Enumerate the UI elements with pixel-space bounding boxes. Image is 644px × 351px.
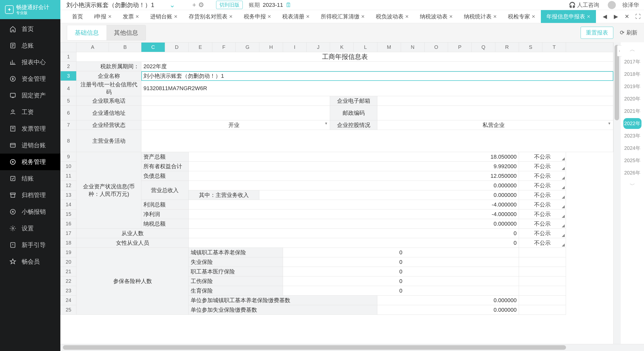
employees-value[interactable]: 0 — [188, 229, 519, 238]
row-14[interactable]: 14 — [61, 200, 76, 209]
tab-i申报[interactable]: i申报✕ — [89, 10, 117, 23]
cell-13-value[interactable]: 0.000000 — [259, 190, 519, 200]
cell-corner[interactable] — [61, 43, 76, 52]
col-T[interactable]: T — [542, 43, 566, 52]
row-2[interactable]: 2 — [61, 62, 76, 71]
female-value[interactable]: 0 — [188, 238, 519, 248]
cell-11-value[interactable]: 12.050000 — [188, 171, 519, 181]
account-settings-icon[interactable]: ⚙ — [198, 1, 204, 9]
tab-close-icon[interactable]: ✕ — [532, 14, 535, 19]
holding-select[interactable]: 私营企业 — [377, 120, 613, 130]
tab-进销台账[interactable]: 进销台账✕ — [145, 10, 183, 23]
row-16[interactable]: 16 — [61, 219, 76, 229]
account-dropdown-icon[interactable]: ⌄ — [169, 1, 175, 9]
sidebar-item-expense[interactable]: 小畅报销 — [0, 203, 60, 220]
col-E[interactable]: E — [188, 43, 212, 52]
col-K[interactable]: K — [330, 43, 354, 52]
tab-发票[interactable]: 发票✕ — [117, 10, 145, 23]
row-4[interactable]: 4 — [61, 81, 76, 96]
tab-close-icon[interactable]: ✕ — [405, 14, 409, 19]
col-M[interactable]: M — [377, 43, 401, 52]
year-2017年[interactable]: 2017年 — [623, 56, 641, 67]
sidebar-item-archive[interactable]: 归档管理 — [0, 187, 60, 203]
zip-value[interactable] — [377, 106, 613, 120]
row-21[interactable]: 21 — [61, 267, 76, 276]
col-F[interactable]: F — [212, 43, 236, 52]
row-5[interactable]: 5 — [61, 96, 76, 106]
sidebar-item-close[interactable]: 结账 — [0, 170, 60, 187]
col-J[interactable]: J — [306, 43, 330, 52]
row-1[interactable]: 1 — [61, 52, 76, 62]
tab-prev-icon[interactable]: ◀ — [600, 12, 610, 22]
tab-税务申报[interactable]: 税务申报✕ — [238, 10, 277, 23]
period-value[interactable]: 2022年度 — [141, 62, 613, 71]
row-7[interactable]: 7 — [61, 120, 76, 130]
year-down-icon[interactable]: ﹀ — [628, 180, 637, 190]
sidebar-item-money[interactable]: 资金管理 — [0, 71, 60, 87]
year-2019年[interactable]: 2019年 — [623, 81, 641, 92]
tab-纳税波动表[interactable]: 纳税波动表✕ — [414, 10, 458, 23]
tab-年报信息申报表[interactable]: 年报信息申报表✕ — [541, 10, 596, 23]
phone-value[interactable] — [141, 96, 330, 106]
row-8[interactable]: 8 — [61, 130, 76, 152]
tab-纳税统计表[interactable]: 纳税统计表✕ — [458, 10, 502, 23]
ins-23-value[interactable]: 0 — [283, 286, 519, 296]
sidebar-item-guide[interactable]: 新手引导 — [0, 237, 60, 253]
col-L[interactable]: L — [354, 43, 377, 52]
tab-首页[interactable]: 首页 — [66, 10, 89, 23]
col-G[interactable]: G — [236, 43, 259, 52]
sidebar-item-tax[interactable]: 税务管理 — [0, 154, 60, 170]
spreadsheet[interactable]: ABCDEFGHIJKLMNOPQRST1工商年报信息表2税款所属期间：2022… — [60, 42, 613, 344]
female-pub[interactable]: 不公示 — [519, 238, 566, 248]
year-2025年[interactable]: 2025年 — [623, 155, 641, 166]
mainbiz-value[interactable] — [141, 130, 613, 152]
year-2018年[interactable]: 2018年 — [623, 69, 641, 80]
year-2026年[interactable]: 2026年 — [623, 167, 641, 178]
col-P[interactable]: P — [448, 43, 472, 52]
row-11[interactable]: 11 — [61, 171, 76, 181]
sidebar-item-asset[interactable]: 固定资产 — [0, 87, 60, 104]
account-name[interactable]: 刘小艳演示账套（勿删勿动！）1 — [66, 1, 154, 9]
row-15[interactable]: 15 — [61, 209, 76, 219]
cell-16-pub[interactable]: 不公示 — [519, 219, 566, 229]
fullscreen-icon[interactable]: ⛶ — [633, 12, 643, 22]
year-2022年[interactable]: 2022年 — [623, 118, 641, 129]
sidebar-item-io[interactable]: 进销台账 — [0, 137, 60, 154]
ins-21-value[interactable]: 0 — [283, 267, 519, 276]
sidebar-item-salary[interactable]: 工资 — [0, 104, 60, 120]
col-N[interactable]: N — [401, 43, 424, 52]
tab-所得税汇算清缴[interactable]: 所得税汇算清缴✕ — [315, 10, 370, 23]
tab-close-icon[interactable]: ✕ — [229, 14, 233, 19]
tab-税检专家[interactable]: 税检专家✕ — [502, 10, 541, 23]
cell-12-value[interactable]: 0.000000 — [188, 181, 519, 190]
col-D[interactable]: D — [165, 43, 188, 52]
year-2021年[interactable]: 2021年 — [623, 106, 641, 117]
year-2024年[interactable]: 2024年 — [623, 143, 641, 154]
panel-collapse-icon[interactable]: ‹ — [617, 45, 622, 56]
cell-10-pub[interactable]: 不公示 — [519, 162, 566, 171]
row-20[interactable]: 20 — [61, 257, 76, 267]
col-R[interactable]: R — [495, 43, 519, 52]
switch-old-button[interactable]: 切到旧版 — [216, 1, 243, 9]
col-B[interactable]: B — [109, 43, 141, 52]
tab-税负波动表[interactable]: 税负波动表✕ — [370, 10, 414, 23]
refresh-button[interactable]: ⟳ 刷新 — [620, 29, 637, 37]
year-2023年[interactable]: 2023年 — [623, 130, 641, 141]
year-up-icon[interactable]: ︿ — [628, 44, 637, 55]
tab-close-icon[interactable]: ✕ — [449, 14, 453, 19]
status-select[interactable]: 开业 — [141, 120, 330, 130]
base-25-value[interactable]: 0.000000 — [377, 305, 519, 315]
row-19[interactable]: 19 — [61, 248, 76, 257]
tab-close-icon[interactable]: ✕ — [306, 14, 310, 19]
tab-close-icon[interactable]: ✕ — [267, 14, 271, 19]
ins-23-pub[interactable] — [519, 286, 566, 296]
row-13[interactable]: 13 — [61, 190, 76, 200]
row-6[interactable]: 6 — [61, 106, 76, 120]
cell-10-value[interactable]: 9.992000 — [188, 162, 519, 171]
reg-code-value[interactable]: 91320811MA7NGR2W6R — [141, 81, 613, 96]
ins-20-pub[interactable] — [519, 257, 566, 267]
vertical-scrollbar[interactable] — [613, 42, 620, 344]
col-S[interactable]: S — [519, 43, 542, 52]
horizontal-scroll-thumb[interactable] — [63, 345, 566, 350]
col-A[interactable]: A — [76, 43, 109, 52]
